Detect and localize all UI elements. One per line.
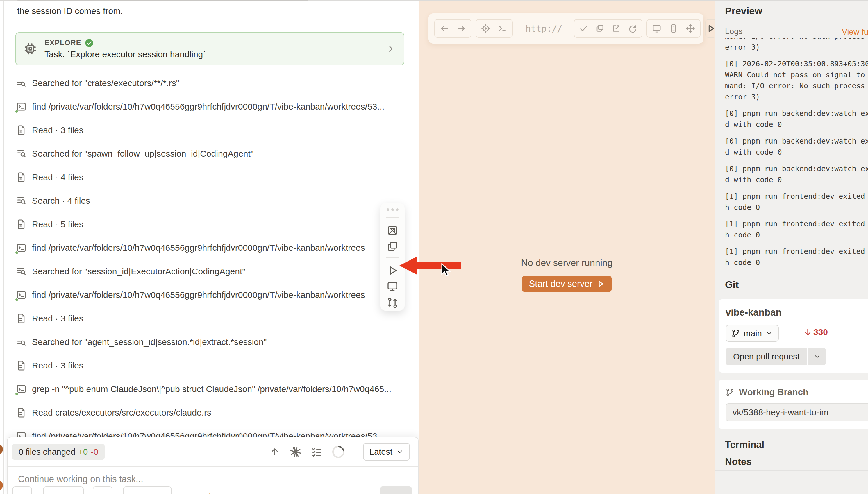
activity-text: Searched for "session_id|ExecutorAction|… bbox=[32, 266, 245, 277]
terminal-prompt-icon[interactable] bbox=[498, 23, 508, 33]
browser-toolbar: http:// bbox=[429, 13, 703, 43]
send-button[interactable] bbox=[380, 487, 412, 494]
activity-row[interactable]: Search · 4 files bbox=[5, 195, 419, 206]
sidebar-section-terminal[interactable]: Terminal bbox=[715, 436, 868, 453]
sidebar-section-notes[interactable]: Notes bbox=[715, 453, 868, 471]
activity-row[interactable]: grep -n "^pub enum ClaudeJson\|^pub stru… bbox=[5, 384, 419, 394]
activity-text: Search · 4 files bbox=[32, 196, 90, 206]
conversation-panel: how the executor spawns a follow-up sess… bbox=[5, 0, 419, 494]
burst-icon[interactable] bbox=[290, 446, 301, 458]
scrollbar-thumb[interactable] bbox=[17, 0, 308, 1]
phone-icon[interactable] bbox=[668, 23, 678, 33]
activity-text: find /private/var/folders/10/h7w0q46556g… bbox=[32, 102, 384, 112]
success-dot bbox=[15, 110, 19, 113]
logs-content: mand: I/O error: No such process (oserro… bbox=[725, 38, 868, 268]
clipped-avatar-bottom bbox=[0, 480, 3, 491]
stub-button[interactable] bbox=[12, 487, 32, 494]
spinner bbox=[329, 443, 347, 460]
branch-selector[interactable]: main bbox=[725, 325, 779, 342]
play-icon bbox=[597, 280, 605, 288]
checklist-icon[interactable] bbox=[311, 446, 322, 457]
activity-row[interactable]: Searched for "session_id|ExecutorAction|… bbox=[5, 266, 419, 277]
file-icon bbox=[16, 360, 26, 371]
copy-icon[interactable] bbox=[380, 239, 404, 254]
shortcut-hint: / bbox=[208, 491, 210, 494]
terminal-icon bbox=[16, 384, 26, 394]
preview-pane: http:// No dev server running Start dev … bbox=[419, 0, 715, 494]
section-title: Notes bbox=[725, 456, 752, 467]
activity-row[interactable]: Read · 4 files bbox=[5, 172, 419, 183]
copy-icon[interactable] bbox=[595, 24, 605, 33]
activity-text: Searched for "agent_session_id|session.*… bbox=[32, 337, 267, 347]
activity-row[interactable]: find /private/var/folders/10/h7w0q46556g… bbox=[5, 290, 419, 300]
activity-text: find /private/var/folders/10/h7w0q46556g… bbox=[32, 290, 365, 300]
search-list-icon bbox=[16, 337, 26, 347]
monitor-icon[interactable] bbox=[652, 23, 662, 33]
pull-request-icon[interactable] bbox=[380, 294, 404, 311]
check-icon[interactable] bbox=[579, 24, 588, 33]
pr-options-button[interactable] bbox=[808, 348, 826, 365]
activity-text: Searched for "spawn_follow_up|session_id… bbox=[32, 149, 253, 159]
open-pull-request-button[interactable]: Open pull request bbox=[725, 348, 807, 365]
activity-row[interactable]: Read · 3 files bbox=[5, 125, 419, 135]
stub-button[interactable] bbox=[43, 487, 84, 494]
activity-row[interactable]: Read · 5 files bbox=[5, 219, 419, 230]
start-dev-server-button[interactable]: Start dev server bbox=[522, 276, 612, 292]
file-icon bbox=[16, 172, 26, 183]
working-branch-card: Working Branch vk/5388-hey-i-want-to-im bbox=[719, 380, 868, 429]
divider bbox=[386, 217, 399, 218]
up-arrow-icon[interactable] bbox=[269, 446, 280, 457]
forward-icon[interactable] bbox=[456, 23, 466, 33]
left-edge-gutter bbox=[0, 0, 4, 494]
frame-slash-icon[interactable] bbox=[380, 223, 404, 239]
view-full-logs-link[interactable]: View full logs bbox=[842, 27, 868, 37]
logs-label: Logs bbox=[725, 27, 743, 36]
locate-icon[interactable] bbox=[481, 23, 491, 33]
refresh-icon[interactable] bbox=[628, 24, 637, 33]
explore-task-title: Task: `Explore executor session handling… bbox=[44, 50, 206, 59]
latest-dropdown[interactable]: Latest bbox=[363, 443, 410, 461]
working-branch-value[interactable]: vk/5388-hey-i-want-to-im bbox=[725, 403, 868, 421]
back-icon[interactable] bbox=[439, 23, 449, 33]
explore-label: EXPLORE bbox=[44, 39, 81, 47]
chevron-down-icon bbox=[396, 448, 403, 456]
stub-button[interactable] bbox=[123, 487, 172, 494]
activity-row[interactable]: Read · 3 files bbox=[5, 313, 419, 324]
files-changed-badge[interactable]: 0 files changed +0 -0 bbox=[12, 444, 105, 460]
activity-row[interactable]: Searched for "spawn_follow_up|session_id… bbox=[5, 149, 419, 159]
file-icon bbox=[16, 407, 26, 418]
git-section-header[interactable]: Git bbox=[715, 274, 868, 295]
monitor-icon[interactable] bbox=[380, 279, 404, 294]
terminal-icon bbox=[16, 101, 26, 112]
activity-row[interactable]: find /private/var/folders/10/h7w0q46556g… bbox=[5, 101, 419, 112]
preview-section-header[interactable]: Preview bbox=[715, 0, 868, 22]
activity-row[interactable]: find /private/var/folders/10/h7w0q46556g… bbox=[5, 243, 419, 253]
removed-count: -0 bbox=[91, 447, 98, 457]
activity-row[interactable]: Read · 3 files bbox=[5, 360, 419, 371]
section-title: Git bbox=[725, 279, 739, 290]
message-input-placeholder[interactable]: Continue working on this task... bbox=[18, 474, 418, 484]
empty-state-message: No dev server running bbox=[419, 258, 715, 268]
explore-task-card[interactable]: EXPLORE Task: `Explore executor session … bbox=[15, 32, 404, 65]
drag-handle[interactable] bbox=[386, 208, 398, 211]
external-link-icon[interactable] bbox=[611, 24, 621, 33]
logs-viewport[interactable]: mand: I/O error: No such process (oserro… bbox=[725, 38, 868, 269]
activity-row[interactable]: Searched for "agent_session_id|session.*… bbox=[5, 337, 419, 347]
log-entry: [0] pnpm run backend:dev:watch exited wi… bbox=[725, 136, 868, 158]
log-entry: [1] pnpm run frontend:dev exited with co… bbox=[725, 218, 868, 241]
move-icon[interactable] bbox=[685, 23, 695, 33]
details-sidebar: Preview Logs View full logs mand: I/O er… bbox=[715, 0, 868, 494]
activity-row[interactable]: Read crates/executors/src/executors/clau… bbox=[5, 407, 419, 418]
app-window: how the executor spawns a follow-up sess… bbox=[0, 0, 868, 494]
log-entry: [0] 2026-02-20T00:35:00.893+05:30 WAWARN… bbox=[725, 58, 868, 102]
activity-text: Read · 5 files bbox=[32, 220, 83, 229]
terminal-icon bbox=[16, 290, 26, 300]
activity-text: find /private/var/folders/10/h7w0q46556g… bbox=[32, 243, 365, 253]
repo-name: vibe-kanban bbox=[725, 307, 868, 318]
composer-buttons-row: / bbox=[7, 487, 418, 494]
success-dot bbox=[15, 298, 19, 302]
stub-button[interactable] bbox=[93, 487, 113, 494]
activity-row[interactable]: Searched for "crates/executors/**/*.rs" bbox=[5, 78, 419, 88]
url-input[interactable]: http:// bbox=[526, 23, 562, 34]
activity-text: Read · 3 files bbox=[32, 125, 83, 135]
